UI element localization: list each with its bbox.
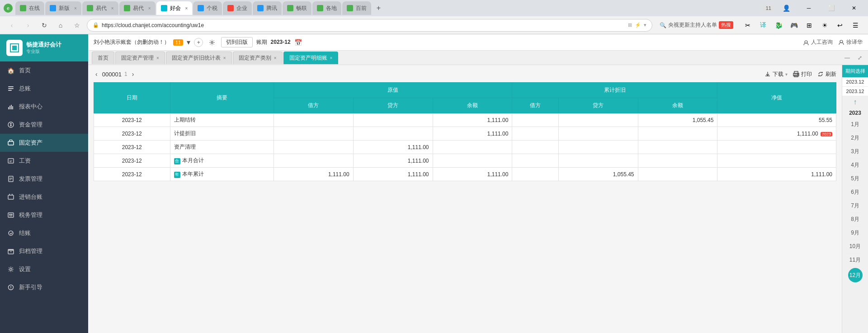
tab-yidai1[interactable]: 易代 × xyxy=(82,1,118,15)
sidebar-item-settings[interactable]: 设置 xyxy=(0,260,88,278)
period-month-7[interactable]: 7月 xyxy=(849,199,861,213)
period-month-12[interactable]: 12月 xyxy=(848,268,863,282)
nav-refresh-btn[interactable]: ↻ xyxy=(38,19,51,32)
sidebar-item-payroll[interactable]: 工资 xyxy=(0,152,88,170)
period-month-1[interactable]: 1月 xyxy=(849,118,861,131)
tab-haokuai[interactable]: 好会 × xyxy=(156,1,193,15)
tab-indiv-tax[interactable]: 个税 xyxy=(193,1,222,15)
extension-icon[interactable]: 🐉 xyxy=(771,19,786,32)
window-close-btn[interactable]: ✕ xyxy=(844,1,864,15)
sidebar-item-general[interactable]: 总账 xyxy=(0,80,88,98)
sidebar-item-invoice[interactable]: 发票管理 xyxy=(0,170,88,188)
period-month-8[interactable]: 8月 xyxy=(849,213,861,226)
tab-tencent[interactable]: 腾讯 xyxy=(253,1,282,15)
page-next-btn[interactable]: › xyxy=(130,70,136,79)
account-add-btn[interactable]: + xyxy=(194,38,203,47)
tab-close-icon[interactable]: × xyxy=(223,56,226,61)
window-minimize-btn[interactable]: ─ xyxy=(798,1,819,15)
period-month-5[interactable]: 5月 xyxy=(849,172,861,186)
tab-new[interactable]: 新版 × xyxy=(45,1,81,15)
ledger-toolbar: ‹ 000001 1 › 下载 ▾ 打印 xyxy=(94,70,836,79)
sidebar-item-label: 资金管理 xyxy=(19,121,42,129)
tab-close-icon[interactable]: × xyxy=(74,6,77,11)
period-month-4[interactable]: 4月 xyxy=(849,159,861,172)
window-restore-btn[interactable]: ⬜ xyxy=(821,1,842,15)
period-month-10[interactable]: 10月 xyxy=(848,240,863,253)
nav-forward-btn[interactable]: › xyxy=(22,19,34,32)
scissors-icon[interactable]: ✂ xyxy=(741,19,755,32)
window-profile-btn[interactable]: 👤 xyxy=(776,1,797,15)
switch-version-btn[interactable]: 切到旧版 xyxy=(221,37,253,47)
account-settings-icon[interactable] xyxy=(207,37,217,48)
nav-bookmark-btn[interactable]: ☆ xyxy=(71,19,83,32)
page-prev-btn[interactable]: ‹ xyxy=(94,70,99,79)
tab-close-icon[interactable]: × xyxy=(148,6,151,11)
tab-close-icon[interactable]: × xyxy=(330,56,333,61)
sidebar-item-home[interactable]: 🏠 首页 xyxy=(0,61,88,80)
settings-icon xyxy=(7,266,14,273)
tab-close-icon[interactable]: × xyxy=(156,56,159,61)
period-month-2[interactable]: 2月 xyxy=(849,131,861,145)
period-month-3[interactable]: 3月 xyxy=(849,145,861,159)
customer-service-btn[interactable]: 人工咨询 xyxy=(803,38,833,46)
cell-date: 2023-12 xyxy=(94,168,170,181)
page-tab-fixed-detail[interactable]: 固定资产明细账 × xyxy=(283,52,339,64)
tab-yidai2[interactable]: 易代 × xyxy=(119,1,156,15)
period-month-6[interactable]: 6月 xyxy=(849,186,861,199)
sidebar-item-close[interactable]: 结账 xyxy=(0,224,88,242)
period-month-9[interactable]: 9月 xyxy=(849,226,861,240)
tab-online[interactable]: 在线 xyxy=(15,1,44,15)
sidebar-item-tax[interactable]: 税务管理 xyxy=(0,206,88,224)
search-icon: 🔍 xyxy=(660,22,666,28)
sidebar-item-archive[interactable]: 归档管理 xyxy=(0,242,88,260)
page-tab-home[interactable]: 首页 xyxy=(92,52,114,64)
refresh-label: 刷新 xyxy=(826,70,836,78)
refresh-btn[interactable]: 刷新 xyxy=(817,70,836,78)
tab-close-icon[interactable]: × xyxy=(274,56,277,61)
sidebar-item-purchase[interactable]: 进销台账 xyxy=(0,188,88,206)
period-month-11[interactable]: 11月 xyxy=(848,253,863,267)
tab-favicon xyxy=(87,5,93,11)
tab-muqian[interactable]: 百前 xyxy=(342,1,371,15)
capital-icon xyxy=(7,121,14,128)
period-scroll-up[interactable]: ↑ xyxy=(842,96,868,108)
sidebar-item-guide[interactable]: 新手引导 xyxy=(0,278,88,296)
menu-icon[interactable]: ☰ xyxy=(848,19,863,32)
page-tab-fixed-mgmt[interactable]: 固定资产管理 × xyxy=(115,52,165,64)
download-btn[interactable]: 下载 ▾ xyxy=(764,70,788,78)
cell-orig-credit xyxy=(353,127,433,141)
nav-home-btn[interactable]: ⌂ xyxy=(54,19,67,32)
translate-icon[interactable]: 译 xyxy=(756,19,770,32)
tab-gedi[interactable]: 各地 xyxy=(312,1,341,15)
tab-favicon xyxy=(198,5,204,11)
sidebar-item-label: 归档管理 xyxy=(19,247,42,255)
tab-label: 易代 xyxy=(133,5,144,12)
print-btn[interactable]: 打印 xyxy=(793,70,812,78)
tab-close-icon[interactable]: × xyxy=(111,6,114,11)
calendar-icon[interactable]: 📅 xyxy=(294,39,302,46)
tab-enterprise[interactable]: 企业 xyxy=(223,1,252,15)
page-tab-fixed-depr[interactable]: 固定资产折旧统计表 × xyxy=(166,52,232,64)
tab-add-button[interactable]: + xyxy=(372,2,385,14)
address-bar: ‹ › ↻ ⌂ ☆ 🔒 https://cloud.chanjet.com/ac… xyxy=(0,16,868,34)
tab-close-icon[interactable]: × xyxy=(185,6,188,11)
sidebar-item-report[interactable]: 报表中心 xyxy=(0,98,88,116)
account-dropdown-icon[interactable]: ▾ xyxy=(187,38,190,47)
url-bar[interactable]: 🔒 https://cloud.chanjet.com/accounting/u… xyxy=(87,19,652,32)
grid-icon[interactable]: ⊞ xyxy=(802,19,816,32)
download-dropdown: ▾ xyxy=(785,72,788,77)
sidebar-item-capital[interactable]: 资金管理 xyxy=(0,116,88,134)
page-tab-fixed-cat[interactable]: 固定资产类别 × xyxy=(233,52,283,64)
cell-depr-credit xyxy=(558,113,638,127)
user-avatar[interactable]: 徐译华 xyxy=(838,38,863,46)
brightness-icon[interactable]: ☀ xyxy=(817,19,832,32)
sidebar-item-fixed[interactable]: 固定资产 xyxy=(0,134,88,152)
tab-chang[interactable]: 畅联 xyxy=(283,1,311,15)
nav-back-btn[interactable]: ‹ xyxy=(5,19,18,32)
tab-maximize-icon[interactable]: ⤢ xyxy=(855,53,864,62)
game-icon[interactable]: 🎮 xyxy=(787,19,801,32)
cell-orig-credit xyxy=(353,113,433,127)
undo-icon[interactable]: ↩ xyxy=(833,19,847,32)
tab-minimize-icon[interactable]: — xyxy=(843,53,852,62)
tab-label: 畅联 xyxy=(296,5,307,12)
